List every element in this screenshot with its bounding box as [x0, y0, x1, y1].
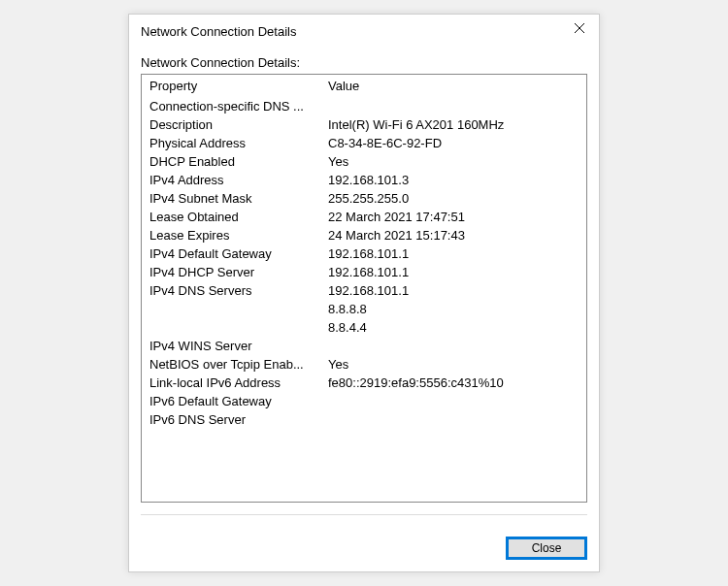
table-row[interactable]: Lease Expires24 March 2021 15:17:43 [142, 226, 586, 244]
value-cell [320, 337, 586, 355]
value-cell: 192.168.101.1 [320, 244, 586, 263]
value-cell: 255.255.255.0 [320, 189, 586, 208]
table-row[interactable]: Lease Obtained22 March 2021 17:47:51 [142, 208, 586, 226]
property-cell: IPv4 Subnet Mask [142, 189, 320, 208]
table-row[interactable]: Link-local IPv6 Addressfe80::2919:efa9:5… [142, 374, 586, 392]
table-row[interactable]: 8.8.4.4 [142, 318, 586, 337]
table-row[interactable]: NetBIOS over Tcpip Enab...Yes [142, 355, 586, 374]
x-icon [574, 22, 585, 34]
value-cell: 8.8.8.8 [320, 300, 586, 318]
property-cell: Link-local IPv6 Address [142, 374, 320, 392]
close-button[interactable]: Close [506, 537, 587, 560]
table-row[interactable]: IPv6 Default Gateway [142, 392, 586, 410]
property-cell: Physical Address [142, 134, 320, 152]
table-row[interactable]: IPv4 Address192.168.101.3 [142, 171, 586, 189]
property-cell: NetBIOS over Tcpip Enab... [142, 355, 320, 374]
property-cell: Lease Expires [142, 226, 320, 244]
value-cell: 8.8.4.4 [320, 318, 586, 337]
property-cell: Description [142, 115, 320, 134]
header-value: Value [320, 75, 586, 97]
value-cell: Yes [320, 355, 586, 374]
value-cell: Yes [320, 152, 586, 171]
property-cell: IPv4 Default Gateway [142, 244, 320, 263]
property-cell: DHCP Enabled [142, 152, 320, 171]
header-property: Property [142, 75, 320, 97]
property-cell: IPv6 DNS Server [142, 410, 320, 429]
value-cell: 192.168.101.1 [320, 263, 586, 281]
value-cell [320, 97, 586, 115]
button-row: Close [129, 537, 599, 571]
property-cell: IPv4 WINS Server [142, 337, 320, 355]
table-row[interactable]: IPv4 DHCP Server192.168.101.1 [142, 263, 586, 281]
property-cell: IPv4 DHCP Server [142, 263, 320, 281]
table-row[interactable]: IPv4 DNS Servers192.168.101.1 [142, 281, 586, 300]
details-list[interactable]: Property Value Connection-specific DNS .… [141, 74, 587, 503]
property-cell: Connection-specific DNS ... [142, 97, 320, 115]
value-cell: fe80::2919:efa9:5556:c431%10 [320, 374, 586, 392]
details-table: Property Value Connection-specific DNS .… [142, 75, 586, 429]
property-cell: IPv4 DNS Servers [142, 281, 320, 300]
section-label: Network Connection Details: [141, 55, 587, 70]
network-details-dialog: Network Connection Details Network Conne… [128, 14, 600, 572]
value-cell: 192.168.101.1 [320, 281, 586, 300]
content-area: Network Connection Details: Property Val… [129, 48, 599, 537]
table-row[interactable]: IPv4 Default Gateway192.168.101.1 [142, 244, 586, 263]
table-row[interactable]: 8.8.8.8 [142, 300, 586, 318]
property-cell: IPv4 Address [142, 171, 320, 189]
value-cell: 24 March 2021 15:17:43 [320, 226, 586, 244]
property-cell [142, 318, 320, 337]
value-cell: 192.168.101.3 [320, 171, 586, 189]
table-row[interactable]: IPv4 Subnet Mask255.255.255.0 [142, 189, 586, 208]
value-cell: Intel(R) Wi-Fi 6 AX201 160MHz [320, 115, 586, 134]
value-cell [320, 392, 586, 410]
table-row[interactable]: DHCP EnabledYes [142, 152, 586, 171]
close-icon[interactable] [560, 15, 599, 42]
property-cell: Lease Obtained [142, 208, 320, 226]
property-cell [142, 300, 320, 318]
separator [141, 514, 587, 515]
table-row[interactable]: Physical AddressC8-34-8E-6C-92-FD [142, 134, 586, 152]
table-row[interactable]: IPv6 DNS Server [142, 410, 586, 429]
value-cell: 22 March 2021 17:47:51 [320, 208, 586, 226]
value-cell: C8-34-8E-6C-92-FD [320, 134, 586, 152]
titlebar: Network Connection Details [129, 15, 599, 48]
table-row[interactable]: Connection-specific DNS ... [142, 97, 586, 115]
window-title: Network Connection Details [141, 24, 296, 39]
value-cell [320, 410, 586, 429]
table-row[interactable]: IPv4 WINS Server [142, 337, 586, 355]
property-cell: IPv6 Default Gateway [142, 392, 320, 410]
table-row[interactable]: DescriptionIntel(R) Wi-Fi 6 AX201 160MHz [142, 115, 586, 134]
